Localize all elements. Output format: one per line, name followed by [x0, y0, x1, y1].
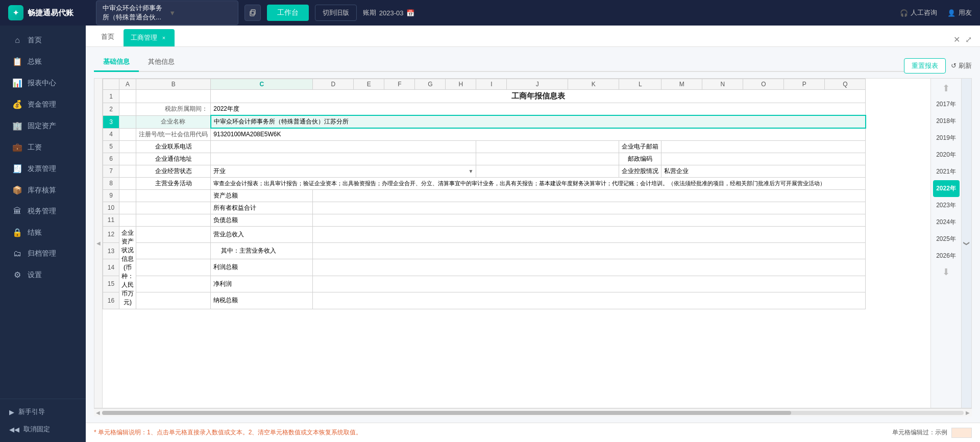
sample-cell	[951, 428, 972, 438]
sidebar-item-home[interactable]: ⌂首页	[4, 30, 82, 51]
sidebar-item-closing[interactable]: 🔒结账	[4, 222, 82, 243]
cell-14-d[interactable]	[313, 259, 866, 276]
bottom-right: 单元格编辑过：示例	[892, 428, 972, 438]
year-scroll-up-button[interactable]: ⬆	[940, 81, 952, 96]
user-avatar-icon: 👤	[947, 9, 955, 17]
cell-9-d[interactable]	[313, 189, 866, 202]
archive-icon: 🗂	[12, 249, 22, 258]
table-row: 9 资产总额	[103, 189, 866, 202]
year-item-2023[interactable]: 2023年	[933, 197, 960, 214]
reset-report-button[interactable]: 重置报表	[904, 58, 946, 73]
ledger-icon: 📋	[12, 57, 22, 66]
sidebar-item-archive[interactable]: 🗂归档管理	[4, 243, 82, 264]
window-controls: ✕ ⤢	[953, 35, 972, 46]
workbench-button[interactable]: 工作台	[267, 5, 309, 21]
row-num-6: 6	[103, 153, 119, 165]
cell-11-d[interactable]	[313, 214, 866, 226]
svg-rect-0	[250, 11, 254, 16]
year-item-2017[interactable]: 2017年	[933, 96, 960, 113]
tab-other-info[interactable]: 其他信息	[139, 53, 184, 72]
cancel-pin-button[interactable]: ◀◀ 取消固定	[4, 421, 82, 438]
copy-company-button[interactable]	[244, 5, 261, 21]
sidebar-item-report[interactable]: 📊报表中心	[4, 72, 82, 93]
content-area: 首页 工商管理 × ✕ ⤢ 基础信息 其他信息 重置报表 ↺	[86, 26, 980, 442]
corner-cell	[103, 79, 119, 90]
cell-16-d[interactable]	[313, 292, 866, 309]
cell-12-b	[136, 226, 211, 242]
company-dropdown-icon: ▼	[169, 9, 231, 17]
calendar-icon[interactable]: 📅	[406, 9, 414, 17]
user-menu[interactable]: 👤 用友	[947, 8, 972, 17]
horizontal-scrollbar[interactable]: ◀ ▶	[94, 408, 972, 416]
cell-8-c[interactable]: 审查企业会计报表；出具审计报告；验证企业资本；出具验资报告；办理企业合开、分立、…	[211, 177, 866, 189]
cell-6-c[interactable]	[211, 153, 476, 165]
tab-close-button[interactable]: ×	[160, 34, 167, 41]
cell-10-c: 所有者权益合计	[211, 202, 313, 214]
year-item-2020[interactable]: 2020年	[933, 146, 960, 163]
cell-11-c: 负债总额	[211, 214, 313, 226]
logo-icon: ✦	[8, 5, 23, 20]
year-item-2022[interactable]: 2022年	[933, 180, 960, 197]
finance-icon: 💰	[12, 100, 22, 109]
sidebar-item-ledger[interactable]: 📋总账	[4, 51, 82, 72]
cell-7-c[interactable]: 开业 ▼	[211, 165, 476, 177]
cell-3-b: 企业名称	[136, 115, 211, 128]
tab-active-business[interactable]: 工商管理 ×	[124, 29, 175, 46]
sidebar-collapse-button[interactable]: ❯	[961, 79, 971, 408]
maximize-window-icon[interactable]: ⤢	[965, 35, 972, 44]
refresh-button[interactable]: ↺ 刷新	[951, 61, 972, 70]
cell-6-k[interactable]	[662, 153, 866, 165]
sidebar-item-tax[interactable]: 🏛税务管理	[4, 201, 82, 222]
sidebar-item-finance[interactable]: 💰资金管理	[4, 94, 82, 115]
cell-3-c[interactable]: 中审众环会计师事务所（特殊普通合伙）江苏分所	[211, 115, 866, 128]
h-scroll-left[interactable]: ◀	[94, 79, 103, 408]
cell-13-c: 其中：主营业务收入	[211, 242, 313, 259]
year-scroll-down-button[interactable]: ⬇	[940, 264, 952, 280]
cell-12-d[interactable]	[313, 226, 866, 242]
cell-5-a	[119, 140, 136, 153]
company-selector[interactable]: 中审众环会计师事务所（特殊普通合伙... ▼	[96, 1, 238, 25]
cell-title: 工商年报信息表	[211, 90, 866, 103]
cell-5-c[interactable]	[211, 140, 476, 153]
year-item-2024[interactable]: 2024年	[933, 214, 960, 231]
row-num-2: 2	[103, 103, 119, 116]
year-item-2025[interactable]: 2025年	[933, 231, 960, 248]
cell-10-d[interactable]	[313, 202, 866, 214]
active-tab-label: 工商管理	[131, 33, 157, 42]
sidebar-item-assets[interactable]: 🏢固定资产	[4, 115, 82, 136]
spreadsheet-main[interactable]: A B C D E F G H I J K L	[103, 79, 930, 408]
sidebar-item-settings[interactable]: ⚙设置	[4, 264, 82, 285]
cell-4-c[interactable]: 91320100MA208E5W6K	[211, 128, 866, 140]
year-item-2021[interactable]: 2021年	[933, 163, 960, 180]
cell-13-d[interactable]	[313, 242, 866, 259]
h-scroll-left-btn[interactable]: ◀	[96, 410, 100, 415]
col-header-l: L	[619, 79, 662, 90]
spreadsheet-table: A B C D E F G H I J K L	[103, 79, 866, 309]
old-version-button[interactable]: 切到旧版	[315, 5, 357, 21]
close-window-icon[interactable]: ✕	[953, 35, 960, 44]
sidebar-item-salary[interactable]: 💼工资	[4, 137, 82, 158]
sidebar-item-inventory[interactable]: 📦库存核算	[4, 180, 82, 201]
biz-status-dropdown-icon[interactable]: ▼	[468, 168, 473, 174]
tab-basic-info[interactable]: 基础信息	[94, 53, 139, 72]
pin-icon: ◀◀	[9, 426, 19, 433]
consult-button[interactable]: 🎧 人工咨询	[900, 8, 937, 17]
tax-icon: 🏛	[12, 207, 22, 216]
cell-15-d[interactable]	[313, 276, 866, 292]
row-num-3: 3	[103, 115, 119, 128]
new-user-guide-button[interactable]: ▶ 新手引导	[4, 403, 82, 421]
cell-10-a	[119, 202, 136, 214]
tab-home[interactable]: 首页	[94, 28, 121, 46]
sidebar-item-invoice[interactable]: 🧾发票管理	[4, 158, 82, 179]
cell-5-k[interactable]	[662, 140, 866, 153]
h-scroll-right-btn[interactable]: ▶	[966, 410, 970, 415]
year-item-2026[interactable]: 2026年	[933, 248, 960, 264]
cell-7-k[interactable]: 私营企业	[662, 165, 866, 177]
cell-6-spacer	[476, 153, 619, 165]
sidebar-label-settings: 设置	[28, 271, 42, 280]
col-header-g: G	[415, 79, 446, 90]
cell-2-c[interactable]: 2022年度	[211, 103, 866, 116]
year-item-2019[interactable]: 2019年	[933, 130, 960, 146]
row-num-14: 14	[103, 259, 119, 276]
year-item-2018[interactable]: 2018年	[933, 113, 960, 130]
